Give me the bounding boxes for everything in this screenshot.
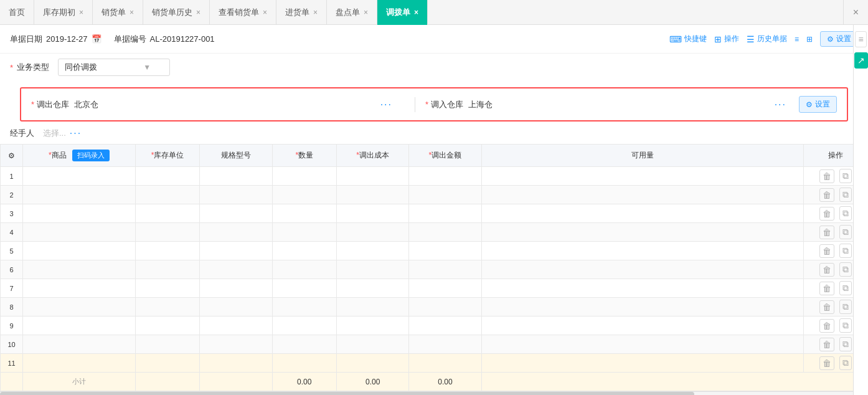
biz-star: * <box>10 63 13 72</box>
calendar-icon[interactable]: 📅 <box>92 34 101 44</box>
tab-sales-order[interactable]: 销货单 × <box>93 0 143 25</box>
copy-icon[interactable]: ⧉ <box>839 169 852 183</box>
transfer-settings-btn[interactable]: ⚙ 设置 <box>799 96 837 113</box>
th-qty: *数量 <box>272 145 336 167</box>
copy-icon[interactable]: ⧉ <box>839 356 852 370</box>
th-unit: *库存单位 <box>135 145 199 167</box>
scan-button[interactable]: 扫码录入 <box>72 150 110 161</box>
handler-dots[interactable]: ··· <box>70 128 82 139</box>
copy-icon[interactable]: ⧉ <box>839 262 852 277</box>
settings-gear-icon: ⚙ <box>827 35 834 44</box>
shortcut-btn[interactable]: ⌨ 快捷键 <box>669 34 707 44</box>
form-header-left: 单据日期 2019-12-27 📅 单据编号 AL-20191227-001 <box>10 34 215 45</box>
copy-icon[interactable]: ⧉ <box>839 337 852 351</box>
handler-row: 经手人 选择... ··· <box>0 128 868 144</box>
scroll-bar-inner[interactable] <box>0 392 694 395</box>
subtotal-summary-row: 小计 0.00 0.00 0.00 <box>1 373 868 391</box>
delete-icon[interactable]: 🗑 <box>819 300 834 314</box>
operation-btn[interactable]: ⊞ 操作 <box>714 34 739 44</box>
delete-icon[interactable]: 🗑 <box>819 188 834 202</box>
th-available: 可用量 <box>481 145 803 167</box>
transfer-out-group: * 调出仓库 北京仓 ··· <box>31 99 405 110</box>
right-sidebar: ≡ ↗ <box>853 25 868 395</box>
delete-icon[interactable]: 🗑 <box>819 263 834 277</box>
delete-icon[interactable]: 🗑 <box>819 356 834 370</box>
history-btn[interactable]: ☰ 历史单据 <box>747 34 787 44</box>
table-row: 4🗑⧉ <box>1 223 868 242</box>
transfer-divider <box>415 97 415 112</box>
copy-icon[interactable]: ⧉ <box>839 225 852 239</box>
delete-icon[interactable]: 🗑 <box>819 207 834 221</box>
tab-close-transfer-order[interactable]: × <box>414 8 418 17</box>
table-row: 9🗑⧉ <box>1 316 868 335</box>
delete-icon[interactable]: 🗑 <box>819 169 834 183</box>
copy-icon[interactable]: ⧉ <box>839 244 852 258</box>
table-row: 3🗑⧉ <box>1 204 868 223</box>
copy-icon[interactable]: ⧉ <box>839 318 852 333</box>
th-gear[interactable]: ⚙ <box>1 145 23 167</box>
transfer-section-wrapper: * 调出仓库 北京仓 ··· * 调入仓库 上海仓 ··· ⚙ 设置 <box>0 87 868 121</box>
tab-close-inventory-init[interactable]: × <box>79 8 83 17</box>
tab-close-sales-order[interactable]: × <box>130 8 134 17</box>
history-icon: ☰ <box>747 34 755 44</box>
subtotal-row: 11 🗑⧉ <box>1 354 868 373</box>
transfer-section: * 调出仓库 北京仓 ··· * 调入仓库 上海仓 ··· ⚙ 设置 <box>20 87 848 121</box>
transfer-out-dots[interactable]: ··· <box>380 99 392 110</box>
tab-close-purchase-order[interactable]: × <box>313 8 318 17</box>
data-table-wrapper: ⚙ *商品 扫码录入 *库存单位 规格型号 *数量 *调出成本 *调出金额 <box>0 144 868 391</box>
biz-type-field: * 业务类型 同价调拨 ▼ <box>10 59 170 76</box>
transfer-in-group: * 调入仓库 上海仓 ··· <box>425 99 799 110</box>
layout1-btn[interactable]: ≡ <box>795 35 799 44</box>
biz-type-arrow: ▼ <box>143 63 151 72</box>
copy-icon[interactable]: ⧉ <box>839 188 852 202</box>
date-field: 单据日期 2019-12-27 📅 <box>10 34 101 45</box>
shortcut-icon: ⌨ <box>669 34 682 44</box>
biz-row: * 业务类型 同价调拨 ▼ <box>0 54 868 81</box>
delete-icon[interactable]: 🗑 <box>819 319 834 333</box>
tab-view-sales[interactable]: 查看销货单 × <box>210 0 276 25</box>
data-table: ⚙ *商品 扫码录入 *库存单位 规格型号 *数量 *调出成本 *调出金额 <box>0 144 868 391</box>
table-row: 5🗑⧉ <box>1 242 868 260</box>
sidebar-export-icon[interactable]: ↗ <box>854 52 868 69</box>
table-row: 1🗑⧉ <box>1 167 868 186</box>
layout2-btn[interactable]: ⊞ <box>806 35 813 44</box>
gear-icon: ⚙ <box>8 151 15 160</box>
delete-icon[interactable]: 🗑 <box>819 338 834 351</box>
biz-type-select[interactable]: 同价调拨 ▼ <box>58 59 170 76</box>
tab-purchase-order[interactable]: 进货单 × <box>276 0 327 25</box>
form-header: 单据日期 2019-12-27 📅 单据编号 AL-20191227-001 ⌨… <box>0 25 868 54</box>
th-cost: *调出成本 <box>336 145 408 167</box>
table-row: 10🗑⧉ <box>1 335 868 354</box>
delete-icon[interactable]: 🗑 <box>819 244 834 258</box>
tab-close-sales-history[interactable]: × <box>196 8 200 17</box>
table-row: 6🗑⧉ <box>1 260 868 279</box>
table-row: 8🗑⧉ <box>1 298 868 316</box>
tab-sales-history[interactable]: 销货单历史 × <box>143 0 210 25</box>
form-header-right: ⌨ 快捷键 ⊞ 操作 ☰ 历史单据 ≡ ⊞ ⚙ 设置 <box>669 31 858 47</box>
scroll-bar-area[interactable] <box>0 391 868 395</box>
tab-inventory-check[interactable]: 盘点单 × <box>327 0 377 25</box>
number-field: 单据编号 AL-20191227-001 <box>114 34 215 45</box>
tab-home[interactable]: 首页 <box>0 0 34 25</box>
tab-close-view-sales[interactable]: × <box>263 8 267 17</box>
copy-icon[interactable]: ⧉ <box>839 281 852 295</box>
transfer-gear-icon: ⚙ <box>806 100 813 109</box>
delete-icon[interactable]: 🗑 <box>819 226 834 239</box>
tab-bar: 首页 库存期初 × 销货单 × 销货单历史 × 查看销货单 × 进货单 × 盘点… <box>0 0 868 25</box>
settings-button[interactable]: ⚙ 设置 <box>820 31 858 47</box>
transfer-in-dots[interactable]: ··· <box>775 99 786 110</box>
th-spec: 规格型号 <box>200 145 272 167</box>
close-all-tabs[interactable]: × <box>843 0 868 25</box>
sidebar-list-icon[interactable]: ≡ <box>855 31 866 47</box>
th-product: *商品 扫码录入 <box>23 145 136 167</box>
table-row: 7🗑⧉ <box>1 279 868 298</box>
copy-icon[interactable]: ⧉ <box>839 206 852 221</box>
operation-icon: ⊞ <box>714 34 722 44</box>
tab-inventory-init[interactable]: 库存期初 × <box>34 0 93 25</box>
delete-icon[interactable]: 🗑 <box>819 282 834 295</box>
table-row: 2🗑⧉ <box>1 186 868 204</box>
tab-close-inventory-check[interactable]: × <box>364 8 368 17</box>
tab-transfer-order[interactable]: 调拨单 × <box>377 0 428 25</box>
th-amount: *调出金额 <box>409 145 481 167</box>
copy-icon[interactable]: ⧉ <box>839 300 852 314</box>
